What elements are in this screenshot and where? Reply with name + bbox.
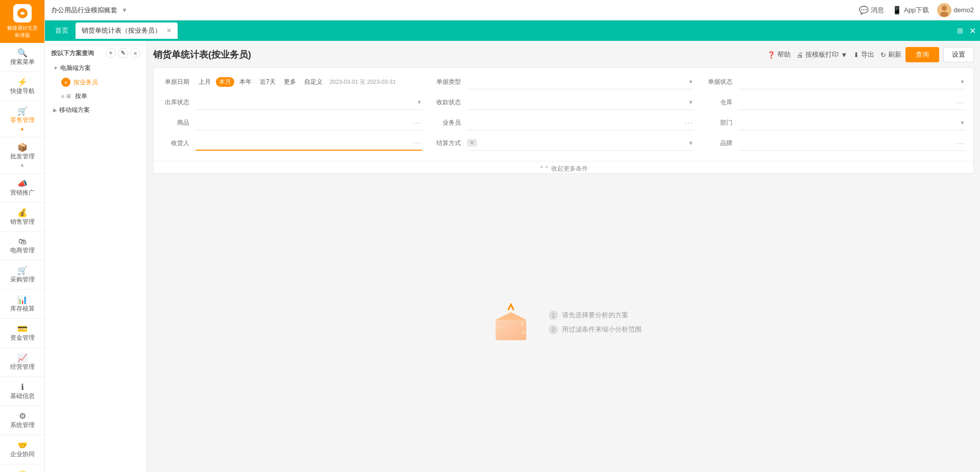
tree-item-by-salesperson[interactable]: ● 按业务员 <box>45 75 146 89</box>
sidebar-item-finance[interactable]: 💳 资金管理 <box>0 319 44 348</box>
help-label: 帮助 <box>777 50 791 59</box>
sidebar-item-wholesale[interactable]: 📦 批发管理 ▲ <box>0 137 44 174</box>
recipient-control[interactable]: ··· <box>195 135 422 151</box>
tab-maximize-btn[interactable]: ⊞ <box>953 25 967 37</box>
brand-label: 品牌 <box>700 139 732 148</box>
tip-num-1: 1 <box>549 311 558 320</box>
app-download-btn[interactable]: 📱 App下载 <box>892 6 929 15</box>
empty-tips: 1 请先选择要分析的方案 2 用过滤条件来缩小分析范围 <box>549 311 642 334</box>
brand-control[interactable]: ··· <box>739 135 965 151</box>
add-scheme-btn[interactable]: + <box>106 48 116 58</box>
doc-type-label: 单据类型 <box>428 78 461 86</box>
settlement-control[interactable]: ✕ ▼ <box>467 135 694 151</box>
user-profile-btn[interactable]: demo2 <box>937 3 974 17</box>
date-more-btn[interactable]: 更多 <box>281 77 299 87</box>
setting-button[interactable]: 设置 <box>943 47 974 62</box>
sales-stat-tab-label: 销货单统计表（按业务员） <box>82 26 161 35</box>
sidebar-basic-label: 基础信息 <box>2 392 42 400</box>
filter-row-2: 出库状态 ▼ 收款状态 ▼ 仓库 ··· <box>162 95 965 110</box>
sidebar-item-retail[interactable]: 🛒 零售管理 ▲ <box>0 101 44 137</box>
tree-salesperson-label: 按业务员 <box>74 78 98 87</box>
tree-collapse-icon: ▶ <box>53 107 57 113</box>
warehouse-label: 仓库 <box>700 98 732 107</box>
collapse-bar[interactable]: ⌃⌃ 收起更多条件 <box>154 161 973 173</box>
sidebar: 畅捷通好生意 标准版 🔍 搜索菜单 ⚡ 快捷导航 🛒 零售管理 ▲ 📦 批发管理… <box>0 0 45 472</box>
edit-scheme-btn[interactable]: ✎ <box>118 48 128 58</box>
stock-status-arrow: ▼ <box>416 99 422 105</box>
query-button[interactable]: 查询 <box>905 47 939 62</box>
date-this-month-btn[interactable]: 本月 <box>216 77 234 87</box>
sidebar-item-basic[interactable]: ℹ 基础信息 <box>0 377 44 406</box>
tab-sales-stat[interactable]: 销货单统计表（按业务员） ✕ <box>76 22 178 39</box>
date-this-year-btn[interactable]: 本年 <box>236 77 255 87</box>
sidebar-item-marketing[interactable]: 📣 营销推广 <box>0 174 44 203</box>
stock-status-label: 出库状态 <box>162 98 189 107</box>
sidebar-item-system[interactable]: ⚙ 系统管理 <box>0 406 44 435</box>
department-control[interactable]: ▼ <box>739 115 965 130</box>
date-custom-btn[interactable]: 自定义 <box>301 77 326 87</box>
tab-close-icon[interactable]: ✕ <box>166 27 172 34</box>
help-btn[interactable]: ❓ 帮助 <box>767 50 791 59</box>
goods-label: 商品 <box>162 119 189 127</box>
sidebar-purchase-label: 采购管理 <box>2 275 42 284</box>
warehouse-control[interactable]: ··· <box>739 95 965 110</box>
brand-dots: ··· <box>956 139 965 147</box>
sidebar-wholesale-label: 批发管理 <box>2 152 42 161</box>
doc-type-control[interactable]: ▼ <box>467 74 694 89</box>
sidebar-item-sales[interactable]: 💰 销售管理 <box>0 203 44 232</box>
sidebar-enterprise-label: 企业协同 <box>2 450 42 459</box>
window-close-btn[interactable]: ✕ <box>969 26 976 36</box>
user-name: demo2 <box>953 6 974 14</box>
sidebar-item-ecommerce[interactable]: 🛍 电商管理 <box>0 232 44 261</box>
collapse-panel-btn[interactable]: « <box>130 48 140 58</box>
stock-status-control[interactable]: ▼ <box>195 95 422 110</box>
messages-btn[interactable]: 💬 消息 <box>859 6 884 15</box>
doc-status-arrow: ▼ <box>960 79 965 85</box>
page-title-row: 销货单统计表(按业务员) ❓ 帮助 🖨 按模板打印 ▼ ⬇ <box>153 47 974 62</box>
header-left: 办公用品行业模拟账套 ▼ <box>51 6 128 15</box>
svg-point-3 <box>940 12 948 17</box>
tree-group-desktop[interactable]: ▼ 电脑端方案 <box>45 61 146 75</box>
export-icon: ⬇ <box>853 51 859 59</box>
collapse-label: 收起更多条件 <box>551 165 588 172</box>
svg-marker-5 <box>496 312 526 320</box>
sidebar-item-operations[interactable]: 📈 经营管理 <box>0 348 44 377</box>
doc-type-arrow: ▼ <box>688 79 694 85</box>
department-label: 部门 <box>700 119 732 127</box>
header-dropdown-icon[interactable]: ▼ <box>121 7 128 14</box>
sidebar-item-purchase[interactable]: 🛒 采购管理 <box>0 261 44 290</box>
sidebar-item-newguide[interactable]: 🌟 新手引导 <box>0 464 44 472</box>
print-label: 按模板打印 <box>805 50 839 59</box>
help-icon: ❓ <box>767 51 775 59</box>
salesperson-label: 业务员 <box>428 119 461 127</box>
sidebar-item-shortcut[interactable]: ⚡ 快捷导航 <box>0 72 44 101</box>
doc-status-control[interactable]: ▼ <box>739 74 965 89</box>
date-last-month-btn[interactable]: 上月 <box>195 77 214 87</box>
sidebar-finance-label: 资金管理 <box>2 334 42 342</box>
chat-icon: 💬 <box>859 6 869 15</box>
export-btn[interactable]: ⬇ 导出 <box>853 50 874 59</box>
goods-control[interactable]: ··· <box>195 115 422 130</box>
sidebar-item-inventory[interactable]: 📊 库存核算 <box>0 290 44 319</box>
refresh-btn[interactable]: ↻ 刷新 <box>880 50 901 59</box>
tree-item-by-order[interactable]: ⊞ 按单 <box>45 89 146 103</box>
goods-dots: ··· <box>413 119 422 127</box>
tree-group-mobile[interactable]: ▶ 移动端方案 <box>45 103 146 117</box>
collapse-icon: ⌃⌃ <box>539 165 549 172</box>
sidebar-item-search[interactable]: 🔍 搜索菜单 <box>0 43 44 72</box>
date-7days-btn[interactable]: 近7天 <box>257 77 279 87</box>
sidebar-item-enterprise[interactable]: 🤝 企业协同 <box>0 435 44 464</box>
page-actions: ❓ 帮助 🖨 按模板打印 ▼ ⬇ 导出 ↻ <box>767 50 901 59</box>
logo-area[interactable]: 畅捷通好生意 标准版 <box>0 0 44 43</box>
page-title: 销货单统计表(按业务员) <box>153 49 251 61</box>
left-panel-actions: + ✎ « <box>106 48 140 58</box>
settlement-tag-close[interactable]: ✕ <box>470 139 474 146</box>
tab-home[interactable]: 首页 <box>49 22 75 39</box>
print-btn[interactable]: 🖨 按模板打印 ▼ <box>797 50 847 59</box>
tree-dot-icon: ● <box>61 78 70 87</box>
tree-order-label: 按单 <box>75 92 87 101</box>
salesperson-control[interactable]: ··· <box>467 115 694 130</box>
sidebar-sales-label: 销售管理 <box>2 218 42 226</box>
payment-status-control[interactable]: ▼ <box>467 95 694 110</box>
print-dropdown-icon[interactable]: ▼ <box>841 51 847 59</box>
